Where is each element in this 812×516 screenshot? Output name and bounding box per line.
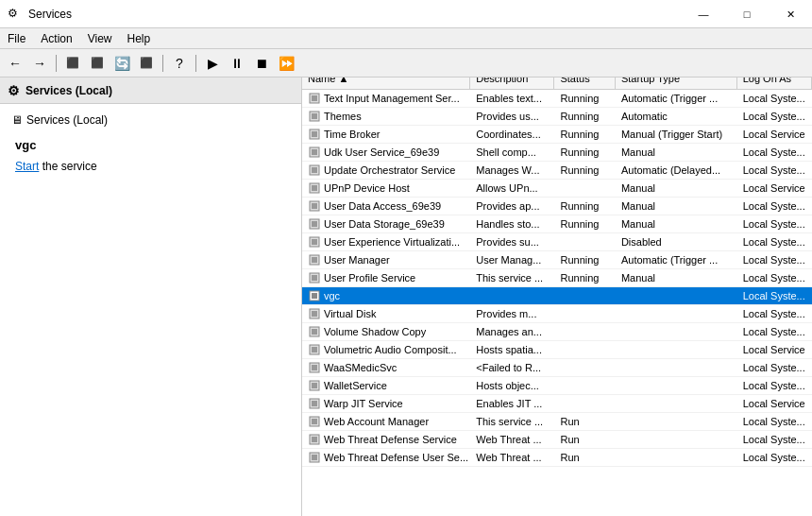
table-row[interactable]: UPnP Device HostAllows UPn...ManualLocal… xyxy=(302,180,812,198)
left-panel-title: Services (Local) xyxy=(25,84,112,97)
menu-file[interactable]: File xyxy=(0,30,33,47)
service-name-cell: Text Input Management Ser... xyxy=(302,91,470,106)
service-status-cell xyxy=(554,403,615,404)
service-logon-cell: Local Syste... xyxy=(737,379,812,392)
service-logon-cell: Local Service xyxy=(737,181,812,195)
service-name-cell: Web Threat Defense User Se... xyxy=(302,450,470,465)
service-desc-cell: Web Threat ... xyxy=(470,433,554,446)
start-service-link[interactable]: Start xyxy=(15,160,39,173)
svg-rect-5 xyxy=(312,131,317,137)
svg-rect-21 xyxy=(312,275,317,281)
stop-button[interactable]: ⏹ xyxy=(250,52,273,75)
service-startup-cell: Automatic (Trigger ... xyxy=(616,92,737,105)
service-startup-cell xyxy=(616,439,737,440)
play-button[interactable]: ▶ xyxy=(201,52,224,75)
svg-rect-13 xyxy=(312,203,317,209)
service-row-icon xyxy=(308,361,321,374)
col-header-logon[interactable]: Log On As xyxy=(737,77,812,89)
service-status-cell: Running xyxy=(554,163,615,177)
table-row[interactable]: User Profile ServiceThis service ...Runn… xyxy=(302,269,812,287)
service-startup-cell xyxy=(616,331,737,333)
table-row[interactable]: User Experience Virtualizati...Provides … xyxy=(302,233,812,251)
service-row-icon xyxy=(308,92,321,105)
svg-rect-1 xyxy=(312,95,317,101)
pause-button[interactable]: ⏸ xyxy=(226,52,248,75)
table-row[interactable]: WaaSMedicSvc<Failed to R...Local Syste..… xyxy=(302,359,812,377)
service-name-cell: User Data Access_69e39 xyxy=(302,198,470,214)
service-name-cell: User Experience Virtualizati... xyxy=(302,234,470,249)
back-button[interactable]: ← xyxy=(4,52,26,75)
service-status-cell xyxy=(554,187,615,189)
svg-rect-11 xyxy=(312,185,317,191)
table-row[interactable]: Web Threat Defense ServiceWeb Threat ...… xyxy=(302,431,812,449)
service-desc-cell: Provides ap... xyxy=(470,199,554,213)
service-desc-cell: This service ... xyxy=(470,271,554,284)
service-name-text: vgc xyxy=(324,290,340,301)
restart-button[interactable]: ⏩ xyxy=(275,52,297,75)
svg-rect-23 xyxy=(312,293,317,299)
service-row-icon xyxy=(308,325,321,338)
toolbar-separator-3 xyxy=(195,55,196,72)
service-desc-cell: Shell comp... xyxy=(470,146,554,159)
minimize-button[interactable]: — xyxy=(682,0,725,28)
service-desc-cell: This service ... xyxy=(470,415,554,428)
service-desc-cell: Hosts spatia... xyxy=(470,343,554,356)
menu-action[interactable]: Action xyxy=(33,30,79,47)
table-row[interactable]: ThemesProvides us...RunningAutomaticLoca… xyxy=(302,108,812,126)
svg-rect-41 xyxy=(312,455,317,460)
table-row[interactable]: Web Account ManagerThis service ...RunLo… xyxy=(302,413,812,431)
table-row[interactable]: Update Orchestrator ServiceManages W...R… xyxy=(302,162,812,180)
table-row[interactable]: User Data Access_69e39Provides ap...Runn… xyxy=(302,198,812,215)
service-logon-cell: Local Syste... xyxy=(737,253,812,267)
svg-rect-9 xyxy=(312,167,317,173)
service-startup-cell: Disabled xyxy=(616,235,737,249)
table-row[interactable]: vgcLocal Syste... xyxy=(302,287,812,305)
menu-help[interactable]: Help xyxy=(120,30,159,47)
col-header-status[interactable]: Status xyxy=(554,77,615,89)
table-row[interactable]: WalletServiceHosts objec...Local Syste..… xyxy=(302,377,812,395)
svg-rect-7 xyxy=(312,149,317,155)
table-row[interactable]: Time BrokerCoordinates...RunningManual (… xyxy=(302,126,812,144)
svg-rect-25 xyxy=(312,311,317,317)
svg-rect-35 xyxy=(312,401,317,406)
service-status-cell xyxy=(554,331,615,333)
table-row[interactable]: Volumetric Audio Composit...Hosts spatia… xyxy=(302,341,812,359)
col-header-name[interactable]: Name ▲ xyxy=(302,77,470,89)
service-desc-cell: Enables JIT ... xyxy=(470,397,554,410)
table-row[interactable]: User ManagerUser Manag...RunningAutomati… xyxy=(302,251,812,269)
table-row[interactable]: Virtual DiskProvides m...Local Syste... xyxy=(302,305,812,323)
service-logon-cell: Local Service xyxy=(737,128,812,141)
table-row[interactable]: Volume Shadow CopyManages an...Local Sys… xyxy=(302,323,812,341)
service-desc-cell: Hosts objec... xyxy=(470,379,554,392)
svg-rect-37 xyxy=(312,419,317,424)
service-action: Start the service xyxy=(15,160,286,173)
col-header-startup[interactable]: Startup Type xyxy=(616,77,737,89)
refresh-button[interactable]: 🔄 xyxy=(110,52,133,75)
services-table[interactable]: Name ▲ Description Status Startup Type L… xyxy=(302,77,812,483)
service-row-icon xyxy=(308,217,321,231)
service-startup-cell xyxy=(616,313,737,315)
close-button[interactable]: ✕ xyxy=(769,0,812,28)
menu-bar: File Action View Help xyxy=(0,28,812,49)
help-button[interactable]: ? xyxy=(168,52,191,75)
service-name-cell: User Manager xyxy=(302,252,470,267)
service-startup-cell xyxy=(616,367,737,369)
table-row[interactable]: Warp JIT ServiceEnables JIT ...Local Ser… xyxy=(302,395,812,413)
right-panel: Services (Local) Name ▲ Description Stat… xyxy=(302,77,812,516)
toolbar-separator-1 xyxy=(56,55,57,72)
service-status-cell xyxy=(554,313,615,315)
show-hide-button[interactable]: ⬛ xyxy=(86,52,109,75)
menu-view[interactable]: View xyxy=(80,30,120,47)
table-row[interactable]: User Data Storage_69e39Handles sto...Run… xyxy=(302,215,812,233)
services-local-item[interactable]: 🖥 Services (Local) xyxy=(8,112,294,129)
toolbar-separator-2 xyxy=(162,55,163,72)
maximize-button[interactable]: □ xyxy=(725,0,769,28)
forward-button[interactable]: → xyxy=(28,52,51,75)
up-button[interactable]: ⬛ xyxy=(61,52,84,75)
table-row[interactable]: Udk User Service_69e39Shell comp...Runni… xyxy=(302,144,812,162)
table-row[interactable]: Web Threat Defense User Se...Web Threat … xyxy=(302,449,812,467)
export-button[interactable]: ⬛ xyxy=(135,52,158,75)
col-header-desc[interactable]: Description xyxy=(470,77,554,89)
table-row[interactable]: Text Input Management Ser...Enables text… xyxy=(302,90,812,108)
service-startup-cell: Manual xyxy=(616,181,737,195)
